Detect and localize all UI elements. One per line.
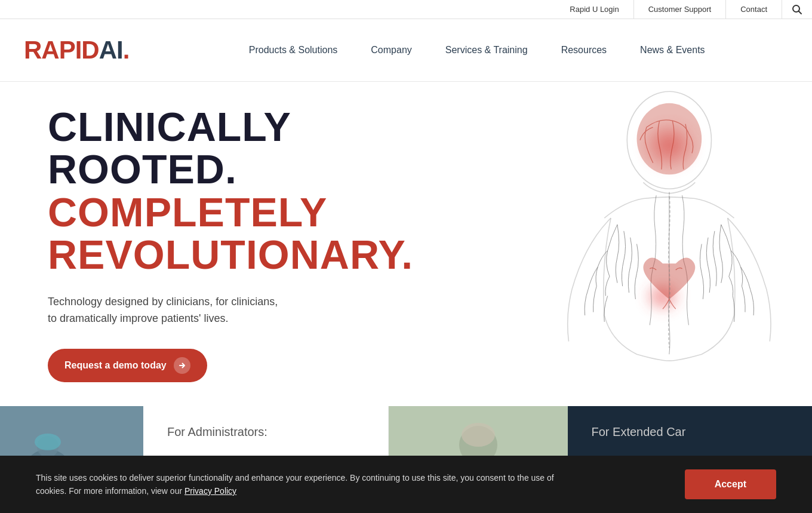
top-bar: Rapid U Login Customer Support Contact <box>0 0 812 19</box>
privacy-policy-link[interactable]: Privacy Policy <box>184 486 236 496</box>
search-icon[interactable] <box>782 0 812 19</box>
hero-subtitle-line1: Technology designed by clinicians, for c… <box>48 296 278 308</box>
logo[interactable]: RAPIDAI. <box>24 36 130 64</box>
hero-section: CLINICALLY ROOTED. COMPLETELY REVOLUTION… <box>0 82 812 406</box>
main-nav: RAPIDAI. Products & Solutions Company Se… <box>0 19 812 82</box>
hero-content: CLINICALLY ROOTED. COMPLETELY REVOLUTION… <box>48 106 466 382</box>
logo-dot: . <box>123 36 130 64</box>
nav-links: Products & Solutions Company Services & … <box>165 45 788 56</box>
nav-news-events[interactable]: News & Events <box>623 45 721 56</box>
cta-arrow-icon <box>174 357 190 374</box>
customer-support-link[interactable]: Customer Support <box>634 0 727 19</box>
extended-care-label: For Extended Car <box>592 425 686 439</box>
hero-subtitle-line2: to dramatically improve patients' lives. <box>48 312 229 324</box>
nav-resources[interactable]: Resources <box>545 45 623 56</box>
svg-point-5 <box>637 103 702 174</box>
svg-line-1 <box>799 11 802 14</box>
cookie-message: This site uses cookies to deliver superi… <box>36 473 554 496</box>
cookie-accept-button[interactable]: Accept <box>685 469 776 499</box>
cta-label: Request a demo today <box>64 360 167 371</box>
hero-title-line1: CLINICALLY ROOTED. <box>48 106 466 191</box>
svg-point-14 <box>462 423 495 447</box>
hero-title-line3: REVOLUTIONARY. <box>48 234 466 276</box>
nav-company[interactable]: Company <box>354 45 428 56</box>
hero-body-illustration <box>496 82 812 406</box>
svg-point-10 <box>35 434 61 450</box>
cookie-banner: This site uses cookies to deliver superi… <box>0 456 812 513</box>
logo-ai: AI <box>99 36 123 64</box>
logo-rapid: RAPID <box>24 36 99 64</box>
rapid-u-login-link[interactable]: Rapid U Login <box>555 0 633 19</box>
contact-link[interactable]: Contact <box>726 0 782 19</box>
request-demo-button[interactable]: Request a demo today <box>48 349 207 382</box>
cookie-text: This site uses cookies to deliver superi… <box>36 471 573 498</box>
nav-services-training[interactable]: Services & Training <box>429 45 545 56</box>
admin-label: For Administrators: <box>167 425 267 439</box>
hero-title-line2: COMPLETELY <box>48 191 466 234</box>
top-bar-links: Rapid U Login Customer Support Contact <box>555 0 812 19</box>
hero-subtitle: Technology designed by clinicians, for c… <box>48 293 466 328</box>
nav-products-solutions[interactable]: Products & Solutions <box>232 45 355 56</box>
